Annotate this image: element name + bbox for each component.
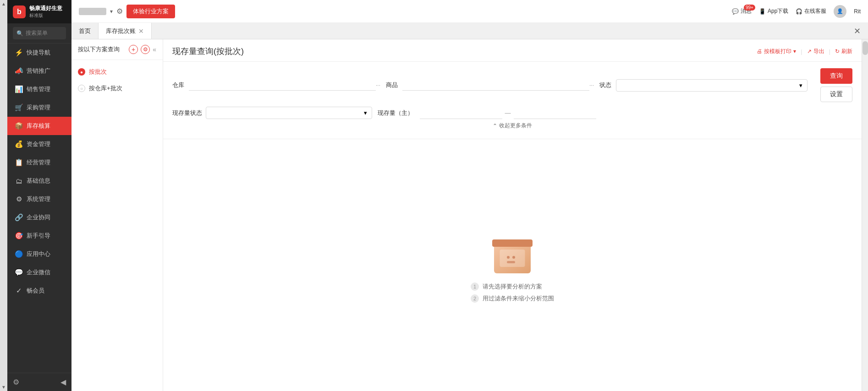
edition-label: 标准版 [29, 12, 62, 19]
sidebar-item-basic[interactable]: 🗂 基础信息 [7, 172, 71, 190]
sidebar-item-member[interactable]: ✓ 畅会员 [7, 282, 71, 300]
export-btn[interactable]: ↗ 导出 [807, 48, 824, 55]
sidebar-item-marketing[interactable]: 📣 营销推广 [7, 62, 71, 80]
inventory-icon: 📦 [15, 122, 23, 130]
finance-icon: 💰 [15, 140, 23, 148]
sales-icon: 📊 [15, 85, 23, 93]
app-download-btn[interactable]: 📱 App下载 [759, 7, 788, 15]
topbar: ▾ ⚙ 体验行业方案 💬 消息 99+ 📱 App下载 🎧 在线客服 👤 Rit [71, 0, 868, 23]
username-label[interactable]: Rit [854, 8, 861, 15]
sidebar-item-sales[interactable]: 📊 销售管理 [7, 80, 71, 98]
sidebar-item-label: 基础信息 [27, 177, 50, 185]
product-input[interactable] [402, 80, 589, 91]
sidebar-search-section[interactable]: 🔍 搜索菜单 [7, 23, 71, 43]
breadcrumb-dropdown-btn[interactable]: ▾ [110, 8, 113, 15]
newbie-icon: 🎯 [15, 232, 23, 240]
sidebar-settings-icon[interactable]: ⚙ [13, 378, 19, 386]
tip-item-2: 2 用过滤条件来缩小分析范围 [471, 294, 554, 303]
topbar-gear-icon[interactable]: ⚙ [116, 7, 123, 16]
stock-qty-max-input[interactable] [514, 107, 596, 119]
sidebar-item-inventory[interactable]: 📦 库存核算 [7, 117, 71, 135]
topbar-left: ▾ ⚙ 体验行业方案 [79, 5, 726, 18]
stock-status-select[interactable]: ▾ [206, 107, 372, 119]
purchase-icon: 🛒 [15, 103, 23, 112]
breadcrumb [79, 8, 106, 15]
sidebar-item-newbie[interactable]: 🎯 新手引导 [7, 227, 71, 245]
settings-button[interactable]: 设置 [820, 87, 852, 102]
search-row-2: 现存量状态 ▾ 现存量（主） — [172, 107, 852, 119]
sidebar-item-operation[interactable]: 📋 经营管理 [7, 153, 71, 172]
enterprise-wx-icon: 💬 [15, 268, 23, 277]
query-buttons: 查询 设置 [820, 68, 852, 102]
message-badge: 99+ [744, 5, 755, 11]
warehouse-input[interactable] [189, 80, 376, 91]
search-form: 仓库 ··· 商品 ··· 状态 ▾ [163, 62, 862, 139]
tab-home[interactable]: 首页 [71, 23, 99, 39]
sidebar-collapse-icon[interactable]: ◀ [60, 378, 66, 386]
status-label: 状态 [599, 81, 612, 89]
member-icon: ✓ [15, 287, 23, 295]
content-area: 按以下方案查询 + ⚙ « ● 按批次 ○ 按仓库+批次 [71, 39, 868, 391]
print-dropdown-icon: ▾ [793, 48, 796, 54]
sidebar-item-app-center[interactable]: 🔵 应用中心 [7, 245, 71, 263]
result-area: 1 请先选择要分析的方案 2 用过滤条件来缩小分析范围 [163, 139, 862, 391]
refresh-btn[interactable]: ↻ 刷新 [835, 48, 852, 55]
action-divider-1: | [801, 48, 802, 55]
online-service-btn[interactable]: 🎧 在线客服 [796, 7, 826, 15]
right-scrollbar [862, 39, 868, 391]
tip-text-2: 用过滤条件来缩小分析范围 [483, 294, 554, 303]
sidebar-item-purchase[interactable]: 🛒 采购管理 [7, 98, 71, 117]
filter-item-by-batch[interactable]: ● 按批次 [71, 64, 163, 80]
warehouse-field: 仓库 ··· [172, 80, 380, 91]
export-label: 导出 [813, 48, 824, 55]
user-avatar[interactable]: 👤 [834, 5, 846, 18]
collapse-label: 收起更多条件 [499, 122, 532, 130]
topbar-right: 💬 消息 99+ 📱 App下载 🎧 在线客服 👤 Rit [732, 5, 861, 18]
filter-collapse-btn[interactable]: « [153, 46, 156, 53]
close-all-tabs-btn[interactable]: ✕ [850, 26, 864, 36]
search-menu-label: 搜索菜单 [26, 29, 48, 37]
product-more-btn[interactable]: ··· [589, 82, 594, 88]
filter-add-button[interactable]: + [129, 45, 138, 54]
action-divider-2: | [829, 48, 830, 55]
operation-icon: 📋 [15, 158, 23, 167]
warehouse-label: 仓库 [172, 81, 185, 89]
tab-home-label: 首页 [79, 27, 91, 35]
service-icon: 🎧 [796, 8, 802, 15]
trial-industry-button[interactable]: 体验行业方案 [126, 5, 175, 18]
tab-close-icon[interactable]: ✕ [138, 27, 144, 35]
app-title-block: 畅康通好生意 标准版 [29, 5, 62, 19]
print-template-btn[interactable]: 🖨 按模板打印 ▾ [757, 48, 796, 55]
sidebar-item-system[interactable]: ⚙ 系统管理 [7, 190, 71, 208]
filter-panel: 按以下方案查询 + ⚙ « ● 按批次 ○ 按仓库+批次 [71, 39, 163, 391]
status-select[interactable]: ▾ [616, 79, 808, 92]
sidebar-item-quick-nav[interactable]: ⚡ 快捷导航 [7, 43, 71, 62]
tip-num-2: 2 [471, 294, 479, 303]
page-header: 现存量查询(按批次) 🖨 按模板打印 ▾ | ↗ 导出 | ↻ [163, 39, 862, 62]
scroll-down-arrow[interactable]: ▼ [0, 383, 7, 391]
main-area: ▾ ⚙ 体验行业方案 💬 消息 99+ 📱 App下载 🎧 在线客服 👤 Rit [71, 0, 868, 391]
query-button[interactable]: 查询 [820, 68, 852, 84]
sidebar-item-enterprise-wx[interactable]: 💬 企业微信 [7, 263, 71, 282]
filter-settings-button[interactable]: ⚙ [141, 45, 150, 54]
sidebar-item-label: 系统管理 [27, 195, 50, 203]
sidebar-item-enterprise[interactable]: 🔗 企业协同 [7, 208, 71, 227]
sidebar-item-finance[interactable]: 💰 资金管理 [7, 135, 71, 153]
message-btn[interactable]: 💬 消息 99+ [732, 7, 752, 15]
filter-item-by-warehouse-batch[interactable]: ○ 按仓库+批次 [71, 80, 163, 97]
app-download-icon: 📱 [759, 8, 766, 15]
stock-qty-min-input[interactable] [420, 107, 502, 119]
filter-items-list: ● 按批次 ○ 按仓库+批次 [71, 60, 163, 100]
sidebar-item-label: 销售管理 [27, 85, 50, 93]
scroll-up-arrow[interactable]: ▲ [0, 0, 7, 8]
page-actions: 🖨 按模板打印 ▾ | ↗ 导出 | ↻ 刷新 [757, 48, 852, 55]
collapse-more-btn[interactable]: ⌃ 收起更多条件 [172, 119, 852, 132]
product-field: 商品 ··· [386, 80, 594, 91]
warehouse-more-btn[interactable]: ··· [376, 82, 380, 88]
search-menu-input[interactable]: 🔍 搜索菜单 [13, 27, 66, 39]
sidebar-scroll[interactable]: ▲ ▼ [0, 0, 7, 391]
main-panel: 现存量查询(按批次) 🖨 按模板打印 ▾ | ↗ 导出 | ↻ [163, 39, 862, 391]
refresh-icon: ↻ [835, 48, 840, 54]
tab-inventory-batch[interactable]: 库存批次账 ✕ [99, 23, 152, 39]
page-title: 现存量查询(按批次) [172, 46, 244, 57]
